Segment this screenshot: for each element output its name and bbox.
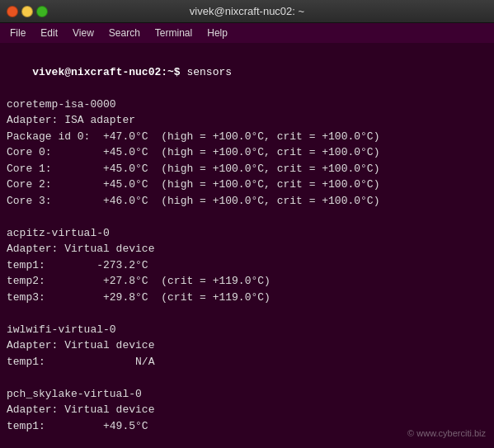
output-line-4: Core 1: +45.0°C (high = +100.0°C, crit =… xyxy=(7,161,487,177)
output-line-10: temp1: -273.2°C xyxy=(7,257,487,274)
output-blank-1 xyxy=(7,209,487,225)
terminal-area[interactable]: vivek@nixcraft-nuc02:~$ sensors coretemp… xyxy=(0,43,494,448)
output-line-6: Core 3: +46.0°C (high = +100.0°C, crit =… xyxy=(7,193,487,210)
menu-help[interactable]: Help xyxy=(200,26,234,40)
maximize-button[interactable] xyxy=(36,6,48,17)
menu-edit[interactable]: Edit xyxy=(34,26,64,40)
output-line-9: Adapter: Virtual device xyxy=(7,241,487,257)
output-line-18: pch_skylake-virtual-0 xyxy=(7,386,487,403)
menu-search[interactable]: Search xyxy=(102,26,147,40)
output-line-16: temp1: N/A xyxy=(7,354,487,370)
output-line-3: Core 0: +45.0°C (high = +100.0°C, crit =… xyxy=(7,144,487,161)
output-line-1: Adapter: ISA adapter xyxy=(7,112,487,129)
prompt-user: vivek@nixcraft-nuc02:~$ xyxy=(32,66,186,78)
output-line-19: Adapter: Virtual device xyxy=(7,402,487,418)
output-line-8: acpitz-virtual-0 xyxy=(7,225,487,242)
output-line-2: Package id 0: +47.0°C (high = +100.0°C, … xyxy=(7,129,487,145)
output-blank-3 xyxy=(7,370,487,386)
output-line-0: coretemp-isa-0000 xyxy=(7,97,487,113)
command-text: sensors xyxy=(186,66,232,78)
output-blank-2 xyxy=(7,305,487,322)
command-line: vivek@nixcraft-nuc02:~$ sensors xyxy=(7,48,487,97)
menu-file[interactable]: File xyxy=(3,26,32,40)
window-controls[interactable] xyxy=(7,6,48,17)
window-title: vivek@nixcraft-nuc02: ~ xyxy=(190,5,304,17)
copyright-text: © www.cyberciti.biz xyxy=(407,427,486,441)
close-button[interactable] xyxy=(7,6,18,17)
output-line-15: Adapter: Virtual device xyxy=(7,337,487,354)
output-line-5: Core 2: +45.0°C (high = +100.0°C, crit =… xyxy=(7,177,487,193)
output-line-14: iwlwifi-virtual-0 xyxy=(7,322,487,338)
menu-view[interactable]: View xyxy=(66,26,101,40)
titlebar: vivek@nixcraft-nuc02: ~ xyxy=(0,0,494,23)
menubar: File Edit View Search Terminal Help xyxy=(0,23,494,43)
output-line-11: temp2: +27.8°C (crit = +119.0°C) xyxy=(7,273,487,290)
menu-terminal[interactable]: Terminal xyxy=(148,26,199,40)
minimize-button[interactable] xyxy=(21,6,33,17)
output-line-12: temp3: +29.8°C (crit = +119.0°C) xyxy=(7,290,487,306)
